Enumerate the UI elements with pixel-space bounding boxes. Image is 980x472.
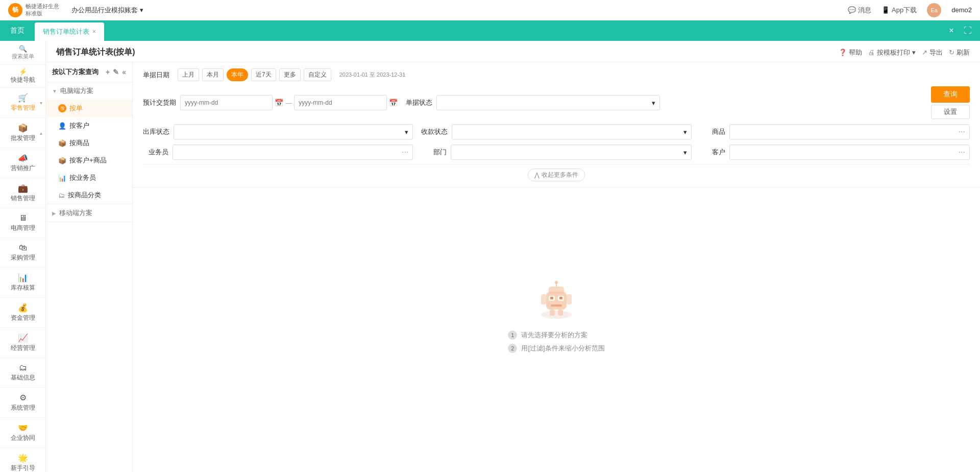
print-button[interactable]: 🖨 按模板打印 ▾ [868, 48, 916, 57]
tree-section-pc-header[interactable]: ▼ 电脑端方案 [46, 82, 132, 100]
edit-scheme-icon[interactable]: ✎ [113, 68, 119, 76]
action-buttons: 查询 设置 [931, 86, 970, 119]
logo-icon: 畅 [8, 3, 22, 17]
sidebar-item-operations[interactable]: 📈 经营管理 [0, 328, 45, 358]
collect-status-label: 收款状态 [421, 127, 448, 136]
sidebar-item-enterprise[interactable]: 🤝 企业协同 [0, 418, 45, 448]
page-header-top: 销售订单统计表(按单) ❓ 帮助 🖨 按模板打印 ▾ ↗ 导出 [56, 47, 970, 58]
tree-expand-icon: ▶ [52, 210, 56, 216]
person-icon: 👤 [58, 122, 66, 130]
chevron-up-icon: ▴ [40, 130, 42, 136]
goods-cell: 商品 ··· [700, 124, 970, 139]
date-btn-last7[interactable]: 近7天 [251, 68, 276, 81]
empty-tip-2: 2 用[过滤]条件来缩小分析范围 [508, 344, 604, 353]
message-button[interactable]: 💬 消息 [848, 6, 871, 15]
sidebar-item-finance[interactable]: 💰 资金管理 [0, 298, 45, 328]
tab-home[interactable]: 首页 [0, 20, 35, 41]
collect-status-select[interactable]: ▾ [452, 124, 691, 139]
date-btn-this-year[interactable]: 本年 [227, 68, 248, 81]
sidebar-item-basic[interactable]: 🗂 基础信息 [0, 358, 45, 388]
goods-select[interactable]: ··· [729, 124, 970, 139]
svg-rect-12 [550, 310, 555, 316]
app-download-button[interactable]: 📱 App下载 [881, 6, 917, 15]
salesperson-label: 业务员 [143, 148, 168, 157]
customer-dots-icon[interactable]: ··· [959, 148, 965, 157]
category-icon: 🗂 [58, 192, 65, 199]
status-select[interactable]: ▾ [436, 95, 660, 110]
query-button[interactable]: 查询 [931, 86, 970, 103]
sidebar-item-wholesale[interactable]: 📦 批发管理 ▴ [0, 118, 45, 148]
salesperson-select[interactable]: ··· [173, 145, 413, 160]
page-title: 销售订单统计表(按单) [56, 47, 135, 58]
content-area: 销售订单统计表(按单) ❓ 帮助 🖨 按模板打印 ▾ ↗ 导出 [46, 41, 980, 472]
tab-bar-actions: × ⛶ [945, 25, 980, 37]
tree-collapse-icon: ▼ [52, 88, 57, 94]
date-btn-this-month[interactable]: 本月 [202, 68, 224, 81]
tab-close-all-button[interactable]: × [945, 25, 958, 37]
status-label: 单据状态 [406, 98, 432, 107]
page-actions: ❓ 帮助 🖨 按模板打印 ▾ ↗ 导出 ↻ 刷新 [839, 48, 970, 57]
date-btn-custom[interactable]: 自定义 [304, 68, 331, 81]
tree-item-by-order[interactable]: 按 按单 [46, 100, 132, 117]
tab-sales-order-stats[interactable]: 销售订单统计表 × [35, 22, 104, 41]
sidebar-item-sales[interactable]: 💼 销售管理 [0, 178, 45, 208]
tree-item-by-goods-category[interactable]: 🗂 按商品分类 [46, 186, 132, 204]
customer-select[interactable]: ··· [729, 145, 970, 160]
ecommerce-icon: 🖥 [19, 214, 27, 223]
dept-dropdown-icon: ▾ [683, 149, 687, 156]
add-scheme-icon[interactable]: + [106, 68, 110, 76]
tree-section-mobile-header[interactable]: ▶ 移动端方案 [46, 204, 132, 222]
tree-item-by-salesperson[interactable]: 📊 按业务员 [46, 169, 132, 186]
sidebar-search[interactable]: 🔍 销售订单统计表(按单) 搜索菜单 [0, 41, 45, 65]
chevron-down-icon: ▾ [40, 100, 42, 106]
department-select[interactable]: ▾ [451, 145, 691, 160]
enterprise-icon: 🤝 [18, 423, 28, 433]
settings-button[interactable]: 设置 [931, 105, 970, 119]
empty-state: 1 请先选择要分析的方案 2 用[过滤]条件来缩小分析范围 [133, 188, 980, 472]
top-bar: 畅 畅捷通好生意 标准版 办公用品行业模拟账套 ▾ 💬 消息 📱 App下载 E… [0, 0, 980, 20]
main-layout: 🔍 销售订单统计表(按单) 搜索菜单 ⚡ 快捷导航 🛒 零售管理 ▾ 📦 批发管… [0, 41, 980, 472]
sidebar-item-retail[interactable]: 🛒 零售管理 ▾ [0, 88, 45, 118]
svg-rect-7 [549, 287, 564, 294]
sidebar-item-purchase[interactable]: 🛍 采购管理 [0, 238, 45, 268]
calendar-to-icon[interactable]: 📅 [389, 99, 398, 107]
tree-item-by-customer[interactable]: 👤 按客户 [46, 117, 132, 134]
system-icon: ⚙ [19, 393, 27, 403]
salesperson-dots-icon[interactable]: ··· [402, 148, 408, 157]
help-button[interactable]: ❓ 帮助 [839, 48, 862, 57]
collapse-button[interactable]: ⋀ 收起更多条件 [528, 169, 585, 181]
finance-icon: 💰 [18, 303, 28, 313]
expected-date-from-input[interactable] [180, 95, 273, 110]
tree-section-pc: ▼ 电脑端方案 按 按单 👤 按客户 📦 按商品 [46, 82, 132, 204]
goods-dots-icon[interactable]: ··· [959, 127, 965, 136]
dropdown-arrow-icon: ▾ [140, 6, 143, 14]
date-input-group: 📅 — 📅 [180, 95, 398, 110]
sidebar-item-inventory[interactable]: 📊 库存核算 [0, 268, 45, 298]
export-button[interactable]: ↗ 导出 [922, 48, 943, 57]
sidebar-item-newuser[interactable]: 🌟 新手引导 [0, 448, 45, 472]
collapse-panel-icon[interactable]: « [122, 68, 126, 76]
tab-close-icon[interactable]: × [92, 28, 96, 35]
page-header: 销售订单统计表(按单) ❓ 帮助 🖨 按模板打印 ▾ ↗ 导出 [46, 41, 980, 62]
tree-item-by-customer-goods[interactable]: 📦 按客户+商品 [46, 152, 132, 169]
tip-num-1: 1 [508, 331, 517, 340]
expected-date-to-input[interactable] [294, 95, 386, 110]
tree-item-by-goods[interactable]: 📦 按商品 [46, 134, 132, 152]
tab-maximize-button[interactable]: ⛶ [962, 25, 974, 37]
out-status-select[interactable]: ▾ [174, 124, 413, 139]
sidebar-item-system[interactable]: ⚙ 系统管理 [0, 388, 45, 418]
avatar[interactable]: Ea [927, 3, 941, 17]
left-panel: 按以下方案查询 + ✎ « ▼ 电脑端方案 按 按单 [46, 62, 133, 472]
svg-rect-6 [551, 304, 562, 306]
app-selector[interactable]: 办公用品行业模拟账套 ▾ [71, 6, 143, 15]
refresh-button[interactable]: ↻ 刷新 [949, 48, 970, 57]
sidebar-quick-nav[interactable]: ⚡ 快捷导航 [0, 65, 45, 88]
content-body: 按以下方案查询 + ✎ « ▼ 电脑端方案 按 按单 [46, 62, 980, 472]
date-btn-last-month[interactable]: 上月 [178, 68, 199, 81]
calendar-from-icon[interactable]: 📅 [275, 99, 283, 107]
svg-rect-10 [541, 294, 546, 304]
department-cell: 部门 ▾ [421, 145, 691, 160]
sidebar-item-ecommerce[interactable]: 🖥 电商管理 [0, 208, 45, 238]
date-btn-more[interactable]: 更多 [279, 68, 301, 81]
sidebar-item-marketing[interactable]: 📣 营销推广 [0, 148, 45, 178]
